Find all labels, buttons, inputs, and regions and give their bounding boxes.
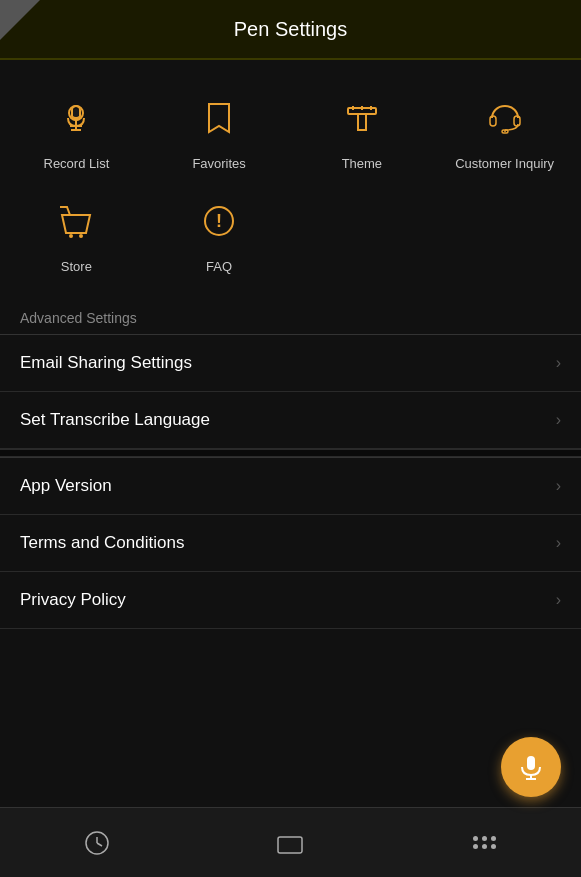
record-list-item[interactable]: Record List — [10, 90, 143, 173]
svg-rect-9 — [358, 114, 366, 130]
advanced-settings-section: Email Sharing Settings › Set Transcribe … — [0, 334, 581, 449]
transcribe-language-chevron: › — [556, 411, 561, 429]
nav-home[interactable] — [260, 818, 320, 868]
customer-inquiry-icon — [483, 96, 527, 140]
svg-point-17 — [69, 234, 73, 238]
email-sharing-item[interactable]: Email Sharing Settings › — [0, 335, 581, 392]
faq-icon: ! — [197, 199, 241, 243]
icon-grid-row1: Record List Favorites Theme — [0, 60, 581, 193]
terms-label: Terms and Conditions — [20, 533, 184, 553]
privacy-label: Privacy Policy — [20, 590, 126, 610]
mic-svg — [517, 753, 545, 781]
store-item[interactable]: Store — [10, 193, 143, 274]
header-title: Pen Settings — [234, 18, 347, 41]
header: Pen Settings — [0, 0, 581, 60]
favorites-item[interactable]: Favorites — [153, 90, 286, 173]
favorites-label: Favorites — [192, 156, 245, 171]
theme-label: Theme — [342, 156, 382, 171]
theme-icon-wrap — [334, 90, 390, 146]
history-icon — [83, 829, 111, 857]
faq-label: FAQ — [206, 259, 232, 274]
other-settings-section: App Version › Terms and Conditions › Pri… — [0, 457, 581, 629]
svg-text:!: ! — [216, 211, 222, 231]
advanced-settings-label: Advanced Settings — [0, 294, 581, 334]
section-divider — [0, 449, 581, 457]
svg-point-18 — [79, 234, 83, 238]
store-label: Store — [61, 259, 92, 274]
email-sharing-label: Email Sharing Settings — [20, 353, 192, 373]
terms-item[interactable]: Terms and Conditions › — [0, 515, 581, 572]
empty-cell-1 — [296, 193, 429, 274]
svg-rect-27 — [278, 837, 302, 853]
svg-point-4 — [72, 109, 80, 117]
svg-rect-21 — [527, 756, 535, 770]
faq-item[interactable]: ! FAQ — [153, 193, 286, 274]
record-list-icon — [54, 96, 98, 140]
faq-icon-wrap: ! — [191, 193, 247, 249]
home-icon — [274, 829, 306, 857]
favorites-icon-wrap — [191, 90, 247, 146]
record-list-label: Record List — [44, 156, 110, 171]
customer-inquiry-item[interactable]: Customer Inquiry — [438, 90, 571, 173]
fab-mic-button[interactable] — [501, 737, 561, 797]
transcribe-language-item[interactable]: Set Transcribe Language › — [0, 392, 581, 449]
email-sharing-chevron: › — [556, 354, 561, 372]
theme-icon — [340, 96, 384, 140]
fab-mic-icon — [517, 753, 545, 781]
corner-decoration — [0, 0, 40, 40]
app-version-label: App Version — [20, 476, 112, 496]
store-icon — [54, 199, 98, 243]
customer-inquiry-icon-wrap — [477, 90, 533, 146]
privacy-item[interactable]: Privacy Policy › — [0, 572, 581, 629]
customer-inquiry-label: Customer Inquiry — [455, 156, 554, 173]
privacy-chevron: › — [556, 591, 561, 609]
bottom-nav — [0, 807, 581, 877]
transcribe-language-label: Set Transcribe Language — [20, 410, 210, 430]
nav-history[interactable] — [67, 818, 127, 868]
more-dots-icon — [473, 836, 496, 849]
icon-grid-row2: Store ! FAQ — [0, 193, 581, 294]
app-version-item[interactable]: App Version › — [0, 458, 581, 515]
svg-line-26 — [97, 843, 102, 846]
empty-cell-2 — [438, 193, 571, 274]
record-list-icon-wrap — [48, 90, 104, 146]
theme-item[interactable]: Theme — [296, 90, 429, 173]
terms-chevron: › — [556, 534, 561, 552]
nav-more[interactable] — [454, 818, 514, 868]
favorites-icon — [197, 96, 241, 140]
store-icon-wrap — [48, 193, 104, 249]
app-version-chevron: › — [556, 477, 561, 495]
